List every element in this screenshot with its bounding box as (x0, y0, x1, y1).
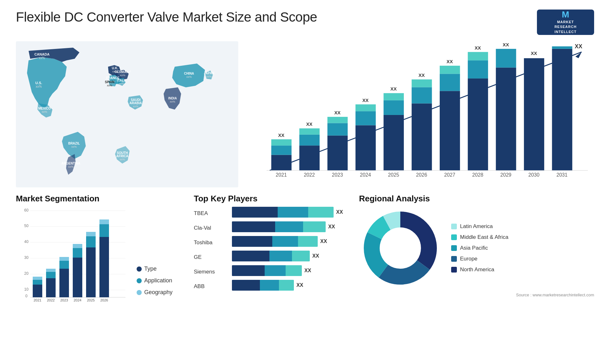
saudi-label2: ARABIA (130, 101, 142, 105)
players-section: Top Key Players TBEA Cla-Val Toshiba GE … (194, 194, 353, 314)
year-2029: 2029 (500, 172, 512, 178)
year-2021: 2021 (276, 172, 287, 178)
seg-bar-2022-geo (46, 269, 56, 272)
year-2023: 2023 (332, 172, 343, 178)
uk-label: U.K. (112, 66, 118, 70)
bar-toshiba-light (298, 236, 318, 247)
bar-abb (232, 280, 294, 291)
sa-value: xx% (119, 158, 125, 161)
spain-value: xx% (107, 84, 112, 87)
bar-tbea-dark (232, 207, 278, 218)
chart-section: 2021 XX 2022 XX 2023 XX 2024 XX (245, 41, 594, 187)
page-title: Flexible DC Converter Valve Market Size … (16, 10, 317, 25)
seg-year-2024: 2024 (74, 298, 81, 302)
bar-claval (232, 221, 326, 232)
donut-svg (359, 207, 442, 289)
year-2022: 2022 (304, 172, 315, 178)
italy-value: xx% (119, 82, 124, 85)
reg-dot-northam (451, 267, 457, 273)
val-2028: XX (475, 45, 481, 51)
reg-legend-europe: Europe (451, 256, 508, 262)
player-row-abb: XX (232, 280, 353, 291)
india-value: xx% (170, 100, 175, 103)
y-20: 20 (24, 271, 29, 276)
header: Flexible DC Converter Valve Market Size … (16, 10, 594, 35)
bar-2027-mid (440, 74, 460, 91)
canada-label: CANADA (34, 52, 50, 56)
bar-2022-light (299, 128, 320, 135)
siemens-value: XX (304, 268, 311, 273)
player-row-claval: XX (232, 221, 353, 232)
segmentation-section: Market Segmentation 60 50 40 30 20 10 0 (16, 194, 187, 314)
india-label: INDIA (168, 97, 177, 100)
reg-dot-asia (451, 245, 457, 251)
player-toshiba: Toshiba (194, 237, 226, 248)
bar-2023-light (328, 117, 348, 123)
bar-2027-light (440, 66, 460, 74)
seg-year-2022: 2022 (47, 298, 55, 302)
players-labels: TBEA Cla-Val Toshiba GE Siemens ABB (194, 207, 226, 292)
players-inner: TBEA Cla-Val Toshiba GE Siemens ABB (194, 207, 353, 292)
seg-bar-2024-app (73, 248, 82, 258)
seg-legend: Type Application Geography (137, 266, 187, 302)
bar-ge-dark (232, 251, 269, 261)
bar-2022-mid (299, 135, 320, 145)
regional-inner: Latin America Middle East & Africa Asia … (359, 207, 594, 289)
donut-chart (359, 207, 442, 289)
us-label: U.S. (35, 81, 42, 85)
seg-title: Market Segmentation (16, 194, 187, 204)
seg-bar-2025-app (86, 236, 96, 247)
bar-2024-mid (356, 111, 376, 125)
reg-legend-northam: North America (451, 266, 508, 273)
y-30: 30 (24, 255, 29, 260)
legend-geo-dot (137, 290, 142, 295)
main-content: CANADA xx% U.S. xx% MEXICO xx% BRAZIL xx… (16, 41, 594, 187)
seg-chart-svg: 60 50 40 30 20 10 0 (16, 207, 130, 302)
bar-2024-light (356, 104, 376, 111)
y-10: 10 (24, 287, 29, 292)
bar-2029-dark (496, 68, 516, 171)
germany-value: xx% (120, 74, 125, 77)
bar-2027-dark (440, 91, 460, 170)
bar-2021-mid (271, 145, 292, 155)
china-value: xx% (186, 75, 192, 78)
saudi-value: xx% (133, 105, 138, 108)
japan-label: JAPAN (204, 71, 214, 75)
seg-chart: 60 50 40 30 20 10 0 (16, 207, 130, 302)
val-2021: XX (278, 133, 284, 138)
legend-app-label: Application (144, 277, 172, 284)
bar-2030-dark (524, 58, 544, 170)
bar-2025-light (383, 93, 404, 100)
player-claval: Cla-Val (194, 223, 226, 233)
reg-label-mea: Middle East & Africa (460, 234, 508, 240)
bar-2028-dark (468, 78, 488, 171)
player-tbea: TBEA (194, 208, 226, 219)
reg-dot-europe (451, 256, 457, 262)
bar-2028-light (468, 52, 488, 61)
bar-tbea-light (308, 207, 334, 218)
us-value: xx% (36, 85, 42, 88)
argentina-value: xx% (68, 165, 73, 168)
bar-siemens-mid (265, 265, 286, 276)
bar-ge-light (292, 251, 310, 261)
seg-bar-2026-geo (99, 219, 109, 224)
reg-dot-latam (451, 224, 457, 229)
bar-abb-mid (260, 280, 279, 291)
player-abb: ABB (194, 281, 226, 292)
bar-abb-light (279, 280, 294, 291)
brazil-label: BRAZIL (68, 142, 80, 145)
source-text: Source : www.marketresearchintellect.com (359, 293, 594, 297)
bar-abb-dark (232, 280, 260, 291)
china-label: CHINA (184, 72, 194, 75)
claval-value: XX (328, 224, 335, 230)
legend-app-dot (137, 278, 142, 283)
legend-geo-label: Geography (144, 289, 173, 296)
bar-2022-dark (299, 145, 320, 171)
seg-bar-2023-app (59, 261, 69, 269)
y-40: 40 (24, 239, 29, 244)
logo-text: MARKETRESEARCHINTELLECT (554, 20, 577, 34)
seg-year-2023: 2023 (60, 298, 68, 302)
argentina-label: ARGENTINA (61, 162, 80, 165)
spain-label: SPAIN (105, 80, 114, 84)
legend-geography: Geography (137, 289, 187, 296)
